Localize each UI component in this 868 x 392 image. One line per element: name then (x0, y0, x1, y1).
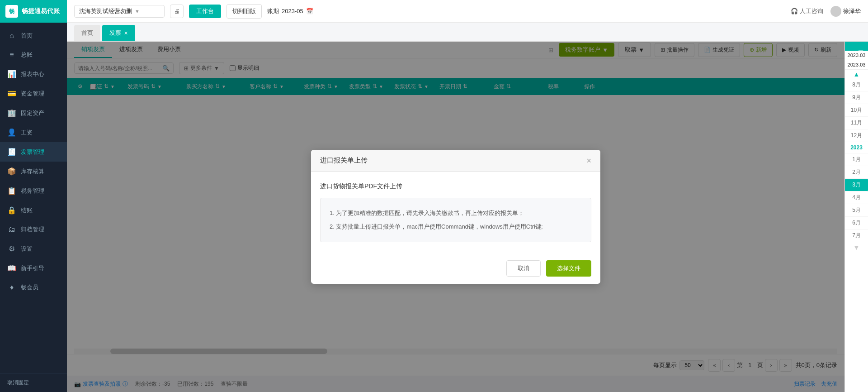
switch-version-button[interactable]: 切到旧版 (226, 4, 262, 19)
sidebar-item-funds[interactable]: 💳 资金管理 (0, 84, 67, 103)
sidebar-item-archive[interactable]: 🗂 归档管理 (0, 220, 67, 239)
sidebar-label-invoice: 发票管理 (21, 148, 44, 156)
period-month-7[interactable]: 7月 (845, 229, 868, 242)
reports-icon: 📊 (7, 70, 16, 78)
sidebar-item-member[interactable]: ♦ 畅会员 (0, 278, 67, 297)
company-print-button[interactable]: 🖨 (170, 5, 184, 18)
sidebar-label-funds: 资金管理 (21, 90, 44, 98)
company-dropdown-icon: ▼ (135, 9, 140, 14)
period-month-6[interactable]: 6月 (845, 217, 868, 229)
chevron-up-icon: ▲ (854, 71, 860, 78)
settings-icon: ⚙ (7, 244, 16, 253)
modal-import-customs: 进口报关单上传 × 进口货物报关单PDF文件上传 1. 为了更加精准的数据匹配，… (311, 150, 600, 284)
period-month-1[interactable]: 1月 (845, 153, 868, 166)
modal-close-button[interactable]: × (586, 157, 591, 165)
period-month-11[interactable]: 11月 (845, 117, 868, 129)
tab-invoice-close[interactable]: ✕ (124, 30, 128, 36)
period-year-1: 2023.03 (845, 51, 868, 60)
tax-icon: 📋 (7, 186, 16, 195)
close-period-icon: 🔒 (7, 206, 16, 215)
user-menu[interactable]: 徐泽华 (830, 6, 861, 17)
period-nav-down[interactable]: ▼ (845, 242, 868, 253)
archive-icon: 🗂 (7, 225, 16, 234)
logo-text: 畅捷通易代账 (22, 7, 60, 15)
sidebar-item-settings[interactable]: ⚙ 设置 (0, 239, 67, 258)
modal-title: 进口报关单上传 (320, 156, 368, 165)
sidebar-label-payroll: 工资 (21, 129, 33, 137)
sidebar-label-reports: 报表中心 (21, 70, 44, 78)
member-icon: ♦ (7, 283, 16, 292)
open-date-button[interactable]: 开票日期 (845, 42, 868, 51)
period-month-12[interactable]: 12月 (845, 129, 868, 142)
sidebar-label-archive: 归档管理 (21, 225, 44, 234)
upload-info-box: 1. 为了更加精准的数据匹配，请先录入海关缴款书，再上传对应的报关单； 2. 支… (320, 198, 591, 242)
sidebar-label-ledger: 总账 (21, 51, 33, 59)
period-month-5[interactable]: 5月 (845, 204, 868, 217)
tab-invoice-label: 发票 (109, 29, 121, 37)
sidebar-item-tax[interactable]: 📋 税务管理 (0, 181, 67, 201)
sidebar-logo: 畅 畅捷通易代账 (0, 0, 67, 23)
period-month-4[interactable]: 4月 (845, 191, 868, 204)
user-name: 徐泽华 (843, 7, 861, 15)
sidebar-label-tax: 税务管理 (21, 187, 44, 195)
period-value: 2023-05 (282, 8, 303, 14)
sidebar-cancel-fixed-label: 取消固定 (7, 379, 29, 386)
sidebar-label-home: 首页 (21, 32, 33, 40)
sidebar-item-ledger[interactable]: ≡ 总账 (0, 45, 67, 64)
tab-home[interactable]: 首页 (74, 25, 100, 41)
main-content: 沈海英测试经营勿删 ▼ 🖨 工作台 切到旧版 账期 2023-05 📅 🎧 人工… (67, 0, 868, 392)
modal-overlay: 进口报关单上传 × 进口货物报关单PDF文件上传 1. 为了更加精准的数据匹配，… (67, 42, 844, 392)
info-item-2: 2. 支持批量上传进口报关单，mac用户使用Command键，windows用户… (330, 221, 582, 233)
period-year-marker: 2023 (845, 142, 868, 153)
sidebar-item-assets[interactable]: 🏢 固定资产 (0, 103, 67, 123)
period-month-9[interactable]: 9月 (845, 91, 868, 104)
period-month-8[interactable]: 8月 (845, 79, 868, 91)
sidebar-label-assets: 固定资产 (21, 109, 44, 117)
period-nav-up[interactable]: ▲ (845, 70, 868, 79)
sidebar-item-home[interactable]: ⌂ 首页 (0, 26, 67, 45)
home-icon: ⌂ (7, 32, 16, 40)
workspace-button[interactable]: 工作台 (189, 5, 221, 18)
sidebar-label-member: 畅会员 (21, 283, 38, 292)
modal-body: 进口货物报关单PDF文件上传 1. 为了更加精准的数据匹配，请先录入海关缴款书，… (311, 172, 600, 253)
tab-bar: 首页 发票 ✕ (67, 23, 868, 42)
calendar-icon[interactable]: 📅 (306, 8, 313, 14)
period-panel: 开票日期 2023.03 2023.03 ▲ 8月 9月 10月 11月 12月 (844, 42, 868, 392)
sidebar-item-inventory[interactable]: 📦 库存核算 (0, 162, 67, 181)
sidebar-item-reports[interactable]: 📊 报表中心 (0, 64, 67, 84)
modal-cancel-button[interactable]: 取消 (506, 260, 541, 277)
header-right: 🎧 人工咨询 徐泽华 (791, 6, 861, 17)
logo-icon: 畅 (5, 5, 18, 18)
ledger-icon: ≡ (7, 51, 16, 59)
sidebar-item-invoice[interactable]: 🧾 发票管理 (0, 142, 67, 162)
sidebar-cancel-fixed[interactable]: 取消固定 (0, 373, 67, 392)
sidebar-item-close[interactable]: 🔒 结账 (0, 201, 67, 220)
tab-invoice[interactable]: 发票 ✕ (102, 25, 135, 41)
support-button[interactable]: 🎧 人工咨询 (791, 7, 823, 15)
company-name: 沈海英测试经营勿删 (79, 7, 132, 15)
sidebar-item-guide[interactable]: 📖 新手引导 (0, 258, 67, 278)
chevron-down-icon: ▼ (854, 244, 860, 251)
upload-section-title: 进口货物报关单PDF文件上传 (320, 182, 591, 191)
sidebar-item-payroll[interactable]: 👤 工资 (0, 123, 67, 142)
headset-icon: 🎧 (791, 8, 798, 14)
modal-select-file-button[interactable]: 选择文件 (546, 260, 591, 277)
payroll-icon: 👤 (7, 128, 16, 137)
info-item-1: 1. 为了更加精准的数据匹配，请先录入海关缴款书，再上传对应的报关单； (330, 207, 582, 219)
sidebar: 畅 畅捷通易代账 ⌂ 首页 ≡ 总账 📊 报表中心 💳 资金管理 🏢 固定资产 … (0, 0, 67, 392)
support-label: 人工咨询 (800, 7, 823, 15)
assets-icon: 🏢 (7, 109, 16, 117)
modal-header: 进口报关单上传 × (311, 150, 600, 172)
period-month-10[interactable]: 10月 (845, 104, 868, 117)
print-icon: 🖨 (174, 8, 180, 14)
user-avatar-icon (830, 6, 841, 17)
top-header: 沈海英测试经营勿删 ▼ 🖨 工作台 切到旧版 账期 2023-05 📅 🎧 人工… (67, 0, 868, 23)
company-selector[interactable]: 沈海英测试经营勿删 ▼ (74, 5, 165, 18)
modal-footer: 取消 选择文件 (311, 253, 600, 284)
sidebar-label-inventory: 库存核算 (21, 167, 44, 176)
invoice-icon: 🧾 (7, 148, 16, 156)
period-month-2[interactable]: 2月 (845, 166, 868, 179)
sidebar-label-guide: 新手引导 (21, 264, 44, 272)
period-month-3-active[interactable]: 3月 (845, 179, 868, 191)
period-label: 账期 (267, 7, 279, 15)
